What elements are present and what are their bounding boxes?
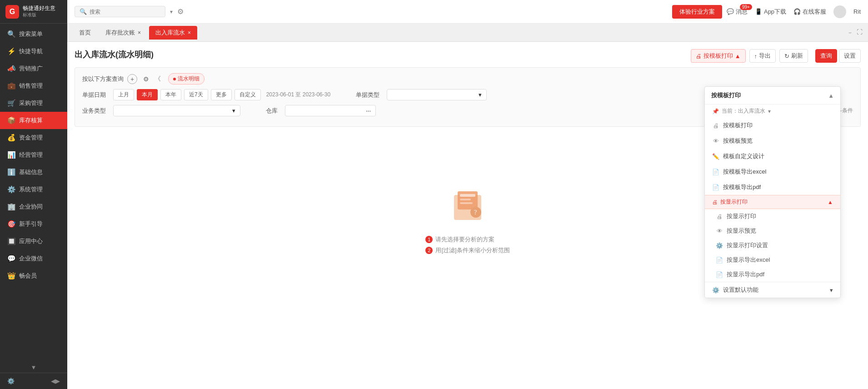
dropdown-item-display-print-settings[interactable]: ⚙️ 按显示打印设置 (705, 238, 840, 253)
dropdown-item-template-pdf[interactable]: 📄 按模板导出pdf (705, 180, 840, 195)
tab-home[interactable]: 首页 (73, 26, 97, 40)
sidebar-item-marketing[interactable]: 📣 营销推广 (0, 60, 67, 77)
date-chip-7days[interactable]: 近7天 (184, 89, 208, 100)
collapse-sidebar-icon[interactable]: ◀▶ (51, 378, 60, 384)
apps-icon: 🔲 (7, 237, 15, 245)
avatar[interactable] (833, 5, 846, 18)
footer-label: 设置默认功能 (723, 286, 758, 294)
page-content: 出入库流水(流水明细) 🖨 按模板打印 ▲ ↑ 导出 ↻ 刷新 查询 设置 (67, 42, 868, 389)
topbar-chevron[interactable]: ▾ (170, 9, 173, 15)
tab-flow[interactable]: 出入库流水 × (149, 26, 197, 40)
sidebar-item-wechat[interactable]: 💬 企业微信 (0, 250, 67, 267)
svg-rect-3 (460, 199, 471, 200)
sidebar-item-label: 应用中心 (19, 237, 43, 245)
template-print-btn[interactable]: 🖨 按模板打印 ▲ (691, 49, 746, 63)
tab-close-batch[interactable]: × (138, 30, 141, 36)
online-service-link[interactable]: 🎧 在线客服 (793, 8, 826, 16)
excel-icon: 📄 (716, 257, 723, 264)
tab-label: 库存批次账 (105, 29, 135, 37)
dropdown-item-display-excel[interactable]: 📄 按显示导出excel (705, 253, 840, 267)
tab-minimize-icon[interactable]: － (847, 29, 853, 37)
topbar: 🔍 ▾ ⚙ 体验行业方案 💬 消息 99+ 📱 App下载 🎧 在线客服 Rit (67, 0, 868, 24)
sidebar-item-finance[interactable]: 💰 资金管理 (0, 129, 67, 146)
message-badge[interactable]: 💬 消息 99+ (727, 8, 748, 16)
filter-header: 按以下方案查询 + ⚙ 《 流水明细 (82, 73, 853, 85)
sidebar-item-search[interactable]: 🔍 搜索菜单 (0, 25, 67, 43)
sidebar-item-member[interactable]: 👑 畅会员 (0, 267, 67, 284)
settings-icon[interactable]: ⚙️ (7, 378, 15, 384)
tab-expand-icon[interactable]: ⛶ (857, 29, 863, 37)
dropdown-item-template-excel[interactable]: 📄 按模板导出excel (705, 164, 840, 180)
dropdown-display-header[interactable]: 🖨 按显示打印 ▲ (705, 195, 840, 209)
dropdown-close-icon[interactable]: ▲ (828, 92, 834, 99)
doc-type-label: 单据类型 (356, 91, 379, 99)
sidebar-item-system[interactable]: ⚙️ 系统管理 (0, 181, 67, 198)
message-count: 99+ (740, 4, 752, 10)
sidebar-item-operation[interactable]: 📊 经营管理 (0, 146, 67, 164)
dropdown-item-template-print[interactable]: 🖨 按模板打印 (705, 118, 840, 133)
dropdown-item-display-print[interactable]: 🖨 按显示打印 (705, 209, 840, 224)
empty-svg: ? (445, 181, 490, 227)
dropdown-item-template-custom[interactable]: ✏️ 模板自定义设计 (705, 149, 840, 164)
empty-step-2: 2 用[过滤]条件来缩小分析范围 (425, 246, 509, 254)
printer-icon: 🖨 (696, 53, 702, 60)
sidebar-item-label: 新手引导 (19, 220, 43, 228)
item-label: 按模板导出pdf (723, 183, 761, 191)
search-bar[interactable]: 🔍 (75, 6, 165, 17)
purchase-icon: 🛒 (7, 99, 15, 107)
sidebar-item-inventory[interactable]: 📦 库存核算 (0, 112, 67, 129)
date-chip-current-year[interactable]: 本年 (160, 89, 181, 100)
empty-step-1: 1 请先选择要分析的方案 (425, 235, 509, 244)
sidebar-item-label: 系统管理 (19, 185, 43, 194)
current-label: 当前：出入库流水 (722, 107, 765, 115)
dropdown-current: 📌 当前：出入库流水 ▾ (705, 105, 840, 118)
doc-type-select[interactable]: ▾ (387, 89, 487, 100)
sidebar-scroll-down[interactable]: ▼ (0, 362, 67, 373)
sidebar-item-label: 营销推广 (19, 65, 43, 73)
filter-add-btn[interactable]: + (127, 74, 137, 84)
tab-close-flow[interactable]: × (188, 30, 191, 36)
eye-icon: 👁 (716, 228, 723, 234)
sidebar-item-purchase[interactable]: 🛒 采购管理 (0, 95, 67, 112)
sidebar-item-label: 资金管理 (19, 134, 43, 142)
tab-batch-account[interactable]: 库存批次账 × (99, 26, 147, 40)
dropdown-item-display-preview[interactable]: 👁 按显示预览 (705, 224, 840, 238)
dropdown-item-display-pdf[interactable]: 📄 按显示导出pdf (705, 267, 840, 282)
filter-settings-btn[interactable]: ⚙ (141, 74, 151, 84)
sidebar: G 畅捷通好生意 标准版 🔍 搜索菜单 ⚡ 快捷导航 📣 营销推广 💼 销售管理… (0, 0, 67, 389)
query-btn[interactable]: 查询 (815, 49, 837, 63)
warehouse-select[interactable]: ··· (285, 105, 376, 116)
dropdown-footer-set-default[interactable]: ⚙️ 设置默认功能 ▾ (705, 282, 840, 298)
tabs-bar: 首页 库存批次账 × 出入库流水 × － ⛶ (67, 24, 868, 42)
date-chip-more[interactable]: 更多 (211, 89, 232, 100)
export-btn[interactable]: ↑ 导出 (749, 49, 776, 63)
display-section-icon: 🖨 (712, 199, 718, 205)
sidebar-item-enterprise[interactable]: 🏢 企业协同 (0, 198, 67, 215)
refresh-icon: ↻ (784, 53, 789, 60)
sidebar-item-guide[interactable]: 🎯 新手引导 (0, 215, 67, 233)
filter-collapse-btn[interactable]: 《 (155, 75, 161, 83)
settings-btn[interactable]: 设置 (839, 49, 861, 63)
item-label: 模板自定义设计 (723, 152, 764, 160)
dropdown-item-template-preview[interactable]: 👁 按模板预览 (705, 133, 840, 149)
settings-icon[interactable]: ⚙ (177, 7, 184, 16)
date-chip-custom[interactable]: 自定义 (234, 89, 261, 100)
business-type-select[interactable]: ▾ (113, 105, 240, 116)
svg-rect-4 (460, 202, 473, 204)
search-input[interactable] (90, 9, 153, 15)
item-label: 按模板预览 (723, 137, 753, 145)
guide-icon: 🎯 (7, 220, 15, 228)
display-section-label: 按显示打印 (720, 198, 748, 206)
date-chip-current-month[interactable]: 本月 (137, 89, 158, 100)
sidebar-item-basic[interactable]: ℹ️ 基础信息 (0, 164, 67, 181)
app-download-link[interactable]: 📱 App下载 (755, 8, 786, 16)
app-download-label: App下载 (764, 8, 786, 16)
sidebar-item-sales[interactable]: 💼 销售管理 (0, 77, 67, 95)
refresh-btn[interactable]: ↻ 刷新 (779, 49, 808, 63)
date-chip-prev-month[interactable]: 上月 (113, 89, 134, 100)
sidebar-item-quick-nav[interactable]: ⚡ 快捷导航 (0, 43, 67, 60)
sidebar-item-apps[interactable]: 🔲 应用中心 (0, 233, 67, 250)
industry-btn[interactable]: 体验行业方案 (672, 5, 722, 19)
phone-icon: 📱 (755, 8, 762, 15)
date-range: 2023-06-01 至 2023-06-30 (266, 91, 330, 99)
